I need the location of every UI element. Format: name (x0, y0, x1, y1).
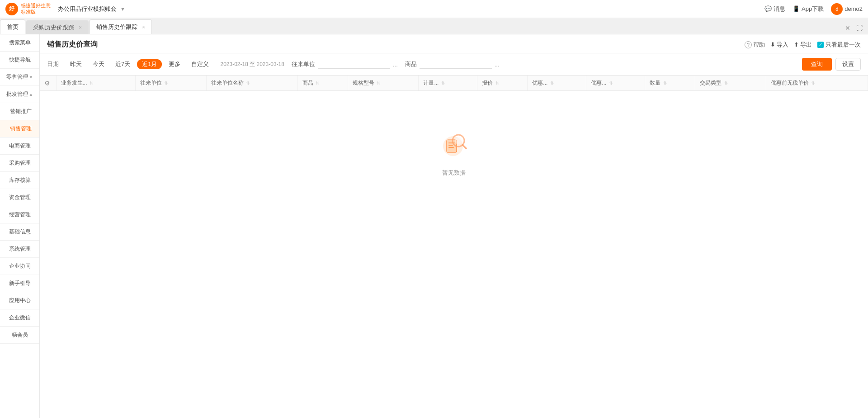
query-btn[interactable]: 查询 (802, 58, 832, 71)
only-last-checkbox[interactable] (817, 42, 824, 48)
sidebar-item-search-menu[interactable]: 搜索菜单 (0, 34, 39, 52)
sidebar-item-inventory[interactable]: 库存核算 (0, 172, 39, 189)
close-all-tabs-btn[interactable]: ✕ (843, 23, 853, 33)
filter-actions: 查询 设置 (802, 58, 861, 71)
partner-filter-label: 往来单位 (292, 60, 315, 68)
tab-sales-history[interactable]: 销售历史价跟踪 × (90, 19, 152, 34)
logo-text: 畅捷通好生意 标准版 (21, 3, 51, 14)
settings-btn[interactable]: 设置 (835, 58, 861, 71)
sidebar-item-finance[interactable]: 资金管理 (0, 189, 39, 206)
page-title: 销售历史价查询 (47, 40, 98, 49)
date-last7-btn[interactable]: 近7天 (111, 59, 134, 70)
date-today-btn[interactable]: 今天 (89, 59, 108, 70)
tab-purchase-history-close[interactable]: × (79, 24, 82, 31)
export-btn[interactable]: ⬆ 导出 (794, 41, 812, 49)
tabbar-right: ✕ ⛶ (843, 23, 868, 34)
svg-line-6 (462, 145, 466, 148)
only-last-checkbox-label[interactable]: 只看最后一次 (817, 41, 861, 49)
empty-image (436, 127, 472, 163)
chevron-up-icon: ▲ (29, 92, 33, 97)
th-unit[interactable]: 计量... ⇅ (419, 76, 477, 91)
app-download-btn[interactable]: 📱 App下载 (793, 5, 824, 13)
partner-filter-dots[interactable]: ... (393, 61, 398, 68)
date-more-btn[interactable]: 更多 (165, 59, 184, 70)
th-trade-type[interactable]: 交易类型 ⇅ (695, 76, 766, 91)
filter-area: 日期 昨天 今天 近7天 近1月 更多 自定义 2023-02-18 至 202… (40, 53, 868, 76)
tab-home[interactable]: 首页 (0, 19, 25, 34)
export-icon: ⬆ (794, 41, 799, 48)
sidebar-item-quick-nav[interactable]: 快捷导航 (0, 52, 39, 69)
topbar-right: 💬 消息 📱 App下载 d demo2 (764, 3, 863, 15)
th-partner-code[interactable]: 往来单位 ⇅ (136, 76, 207, 91)
tabbar: 首页 采购历史价跟踪 × 销售历史价跟踪 × ✕ ⛶ (0, 18, 868, 34)
empty-text: 暂无数据 (442, 169, 466, 177)
tab-purchase-history[interactable]: 采购历史价跟踪 × (26, 20, 89, 34)
message-icon: 💬 (764, 5, 772, 12)
sort-unit-icon: ⇅ (441, 81, 445, 86)
sidebar-item-enterprise-collab[interactable]: 企业协同 (0, 258, 39, 275)
sidebar-item-enterprise-wechat[interactable]: 企业微信 (0, 309, 39, 327)
sidebar: 搜索菜单 快捷导航 零售管理 ▼ 批发管理 ▲ 营销推广 销售管理 电商管理 采… (0, 34, 40, 418)
sidebar-item-app-center[interactable]: 应用中心 (0, 292, 39, 309)
table-settings-icon[interactable]: ⚙ (44, 80, 50, 87)
goods-filter-label: 商品 (405, 60, 417, 68)
import-icon: ⬇ (770, 41, 775, 48)
date-last1m-btn[interactable]: 近1月 (137, 59, 162, 69)
topbar-left: 好 畅捷通好生意 标准版 办公用品行业模拟账套 ▼ (5, 3, 125, 15)
sort-pre-tax-price-icon: ⇅ (811, 81, 815, 86)
chevron-down-icon: ▼ (29, 75, 33, 80)
sidebar-item-purchase[interactable]: 采购管理 (0, 155, 39, 172)
help-btn[interactable]: ? 帮助 (745, 41, 765, 49)
table-header-row: ⚙ 业务发生... ⇅ 往来单位 ⇅ 往来单位名称 ⇅ (40, 76, 868, 91)
goods-filter-group: 商品 ... (405, 60, 500, 69)
page-header: 销售历史价查询 ? 帮助 ⬇ 导入 ⬆ 导出 只看最后一次 (40, 34, 868, 53)
goods-filter-input[interactable] (420, 60, 492, 69)
tab-sales-history-close[interactable]: × (142, 24, 145, 30)
th-goods[interactable]: 商品 ⇅ (297, 76, 348, 91)
filter-dates: 昨天 今天 近7天 近1月 更多 自定义 2023-02-18 至 2023-0… (66, 59, 284, 70)
app-title-dropdown[interactable]: ▼ (120, 6, 125, 12)
user-profile[interactable]: d demo2 (831, 3, 863, 15)
th-settings: ⚙ (40, 76, 56, 91)
content: 销售历史价查询 ? 帮助 ⬇ 导入 ⬆ 导出 只看最后一次 (40, 34, 868, 418)
th-spec[interactable]: 规格型号 ⇅ (348, 76, 419, 91)
sidebar-item-system[interactable]: 系统管理 (0, 241, 39, 258)
fullscreen-btn[interactable]: ⛶ (854, 23, 864, 33)
th-pre-tax-price[interactable]: 优惠前无税单价 ⇅ (766, 76, 868, 91)
sidebar-item-wholesale-mgmt[interactable]: 批发管理 ▲ (0, 86, 39, 103)
data-table: ⚙ 业务发生... ⇅ 往来单位 ⇅ 往来单位名称 ⇅ (40, 76, 868, 91)
help-icon: ? (745, 41, 752, 48)
sort-quote-icon: ⇅ (495, 81, 499, 86)
message-btn[interactable]: 💬 消息 (764, 5, 785, 13)
page-header-actions: ? 帮助 ⬇ 导入 ⬆ 导出 只看最后一次 (745, 41, 861, 49)
sidebar-item-operation[interactable]: 经营管理 (0, 206, 39, 223)
sidebar-item-basic-info[interactable]: 基础信息 (0, 223, 39, 241)
main-layout: 搜索菜单 快捷导航 零售管理 ▼ 批发管理 ▲ 营销推广 销售管理 电商管理 采… (0, 34, 868, 418)
th-quote[interactable]: 报价 ⇅ (477, 76, 528, 91)
sort-trade-type-icon: ⇅ (724, 81, 728, 86)
partner-filter-input[interactable] (318, 60, 390, 69)
sidebar-item-sales-mgmt[interactable]: 销售管理 (0, 120, 39, 138)
import-btn[interactable]: ⬇ 导入 (770, 41, 788, 49)
date-custom-btn[interactable]: 自定义 (187, 59, 213, 70)
th-biz-date[interactable]: 业务发生... ⇅ (56, 76, 136, 91)
svg-point-7 (455, 137, 462, 144)
sidebar-item-ecommerce[interactable]: 电商管理 (0, 138, 39, 155)
sidebar-item-marketing[interactable]: 营销推广 (0, 103, 39, 120)
th-discount2[interactable]: 优惠... ⇅ (586, 76, 645, 91)
sidebar-item-vip[interactable]: 畅会员 (0, 327, 39, 344)
th-discount1[interactable]: 优惠... ⇅ (528, 76, 586, 91)
sort-biz-date-icon: ⇅ (90, 81, 93, 86)
app-download-icon: 📱 (793, 5, 800, 12)
sidebar-item-guide[interactable]: 新手引导 (0, 275, 39, 292)
date-yesterday-btn[interactable]: 昨天 (66, 59, 86, 70)
sort-partner-code-icon: ⇅ (164, 81, 168, 86)
th-partner-name[interactable]: 往来单位名称 ⇅ (206, 76, 297, 91)
empty-state: 暂无数据 (40, 91, 868, 213)
sort-goods-icon: ⇅ (316, 81, 319, 86)
sidebar-item-retail-mgmt[interactable]: 零售管理 ▼ (0, 69, 39, 86)
th-quantity[interactable]: 数量 ⇅ (645, 76, 695, 91)
goods-filter-dots[interactable]: ... (495, 61, 500, 68)
sort-partner-name-icon: ⇅ (246, 81, 250, 86)
date-range-text: 2023-02-18 至 2023-03-18 (220, 61, 284, 68)
